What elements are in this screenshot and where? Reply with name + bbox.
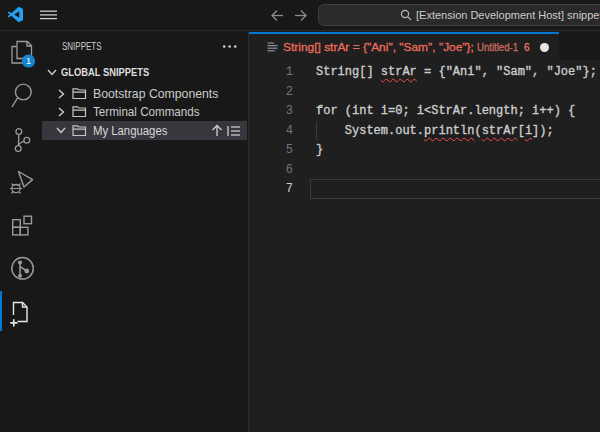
svg-text:1: 1 [26,56,31,66]
